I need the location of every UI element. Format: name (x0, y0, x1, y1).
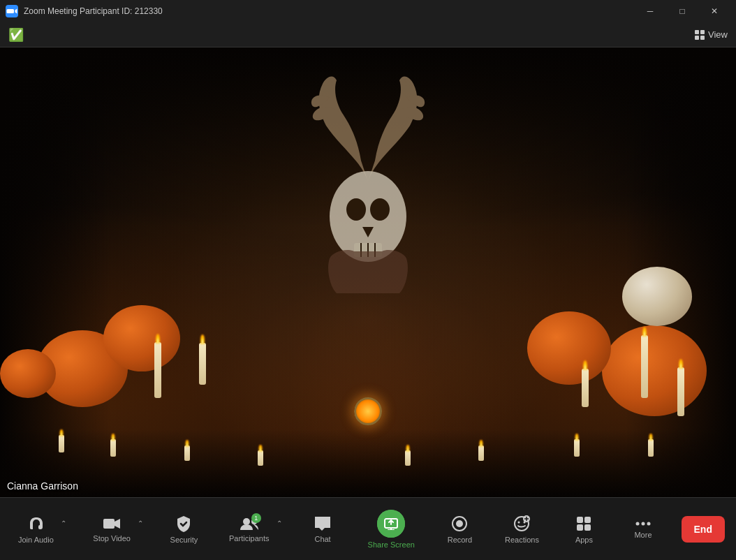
pumpkin-white-right (622, 267, 692, 326)
chat-group: Chat (302, 511, 344, 547)
svg-point-31 (641, 522, 645, 525)
apps-label: Apps (575, 536, 593, 544)
join-audio-label: Join Audio (18, 536, 54, 544)
candle-small-8 (648, 439, 654, 457)
window-title: Zoom Meeting Participant ID: 212330 (24, 6, 163, 16)
security-group: Security (163, 510, 205, 548)
stop-video-label: Stop Video (93, 534, 131, 543)
record-group: Record (439, 510, 480, 548)
video-area: Cianna Garrison (0, 47, 736, 497)
pumpkin-medium-left (103, 305, 180, 371)
share-screen-button[interactable]: Share Screen (361, 506, 422, 553)
pumpkin-large-right (602, 325, 707, 416)
participants-icon: 1 (239, 516, 260, 531)
reactions-icon (513, 515, 531, 533)
join-audio-button[interactable]: Join Audio (11, 510, 61, 548)
stop-video-button[interactable]: Stop Video (86, 512, 138, 547)
share-screen-icon (377, 510, 405, 538)
apps-group: Apps (563, 510, 605, 548)
more-group: More (622, 515, 664, 543)
more-ellipsis-icon (634, 520, 652, 528)
candle-small-3 (184, 445, 190, 461)
svg-rect-4 (700, 36, 705, 40)
chat-icon (314, 515, 332, 532)
svg-rect-27 (584, 517, 591, 523)
security-label: Security (170, 536, 198, 544)
pumpkin-medium-right (527, 311, 611, 385)
chat-label: Chat (314, 535, 330, 543)
svg-rect-14 (103, 519, 115, 529)
participants-group: 1 Participants ⌃ (222, 512, 284, 547)
top-bar: ✅ View (0, 22, 736, 47)
stop-video-chevron[interactable]: ⌃ (138, 520, 146, 527)
shield-icon: ✅ (8, 27, 24, 43)
svg-rect-29 (584, 524, 591, 531)
video-background: Cianna Garrison (0, 47, 736, 497)
end-meeting-button[interactable]: End (682, 516, 725, 543)
svg-point-21 (518, 521, 520, 523)
svg-point-30 (635, 522, 639, 525)
security-button[interactable]: Security (163, 510, 205, 548)
join-audio-chevron[interactable]: ⌃ (61, 520, 69, 527)
share-screen-group: Share Screen (361, 506, 422, 553)
record-label: Record (448, 536, 472, 544)
reactions-label: Reactions (505, 536, 539, 544)
candle-small-7 (574, 439, 580, 457)
window-controls: ─ □ ✕ (634, 0, 730, 22)
svg-point-32 (647, 522, 650, 525)
candle-tall-left-1 (154, 342, 161, 398)
view-button[interactable]: View (694, 29, 728, 40)
pumpkin-small-left (0, 349, 56, 398)
candle-small-5 (405, 450, 411, 466)
more-label: More (634, 531, 652, 539)
svg-rect-28 (577, 524, 583, 531)
maximize-button[interactable]: □ (666, 0, 698, 22)
svg-point-19 (456, 520, 463, 527)
svg-rect-1 (695, 30, 699, 34)
security-shield-btn-icon (175, 515, 192, 533)
candle-small-4 (258, 450, 263, 466)
candle-tall-left-2 (199, 343, 206, 385)
close-button[interactable]: ✕ (698, 0, 730, 22)
chat-button[interactable]: Chat (302, 511, 344, 547)
svg-rect-26 (577, 517, 583, 523)
svg-rect-3 (695, 36, 699, 40)
svg-rect-13 (38, 525, 41, 529)
title-bar: Zoom Meeting Participant ID: 212330 ─ □ … (0, 0, 736, 22)
participants-chevron[interactable]: ⌃ (277, 520, 285, 527)
view-grid-icon (694, 29, 705, 40)
participant-count-badge: 1 (251, 513, 261, 523)
share-screen-label: Share Screen (368, 540, 415, 549)
candle-small-2 (110, 439, 116, 457)
svg-point-6 (346, 198, 366, 221)
apps-icon (575, 515, 593, 533)
svg-rect-12 (30, 525, 33, 529)
reactions-button[interactable]: Reactions (498, 510, 546, 548)
join-audio-group: Join Audio ⌃ (11, 510, 69, 548)
candle-small-1 (59, 435, 64, 452)
toolbar: Join Audio ⌃ Stop Video ⌃ Securi (0, 497, 736, 560)
reactions-group: Reactions (498, 510, 546, 548)
participant-name-label: Cianna Garrison (7, 480, 78, 492)
candle-small-6 (478, 445, 484, 461)
stop-video-group: Stop Video ⌃ (86, 512, 146, 547)
record-button[interactable]: Record (439, 510, 480, 548)
svg-rect-2 (700, 30, 705, 34)
candle-tall-right-3 (582, 369, 589, 407)
zoom-logo-icon (6, 5, 18, 17)
record-icon (450, 515, 469, 533)
camera-icon (102, 516, 122, 531)
antlers-skull-svg (277, 70, 459, 349)
participants-button[interactable]: 1 Participants (222, 512, 276, 547)
participants-label: Participants (229, 534, 269, 543)
apps-button[interactable]: Apps (563, 510, 605, 548)
svg-point-7 (370, 198, 390, 221)
svg-point-15 (243, 518, 250, 525)
more-button[interactable]: More (622, 515, 664, 543)
center-lantern (354, 397, 382, 425)
minimize-button[interactable]: ─ (634, 0, 666, 22)
headphone-icon (27, 515, 45, 533)
candle-tall-right-2 (677, 367, 684, 416)
view-label: View (708, 29, 728, 40)
title-bar-left: Zoom Meeting Participant ID: 212330 (6, 5, 163, 17)
